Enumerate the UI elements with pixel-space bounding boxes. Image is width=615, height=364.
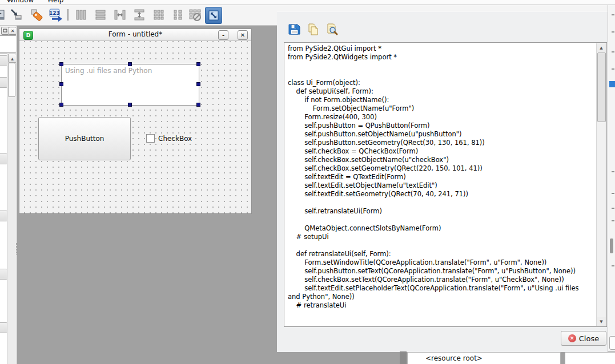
edit-widgets-icon: [0, 8, 5, 22]
checkbox-box[interactable]: [146, 134, 155, 143]
dock-float-button[interactable]: [1, 27, 9, 35]
selection-handle-nw[interactable]: [59, 62, 63, 66]
code-scrollbar[interactable]: ▲ ▼: [596, 43, 606, 326]
find-in-code-button[interactable]: [324, 21, 340, 37]
scrollbar-thumb[interactable]: [597, 52, 606, 122]
panel-item-fragment: [612, 68, 614, 70]
selection-handle-sw[interactable]: [59, 103, 63, 107]
break-layout-button[interactable]: [187, 7, 203, 23]
panel-divider: [400, 351, 407, 364]
panel-item-fragment: [612, 265, 614, 266]
view-code-dialog: from PySide2.QtGui import * from PySide2…: [277, 11, 608, 352]
layout-grid-icon: [152, 8, 166, 22]
pushbutton-widget[interactable]: PushButton: [38, 117, 131, 160]
scrollbar-thumb[interactable]: [610, 238, 613, 253]
panel-item-fragment: [612, 220, 614, 221]
break-layout-icon: [188, 8, 203, 22]
scroll-up-icon[interactable]: ▲: [8, 54, 17, 63]
layout-grid-button[interactable]: [151, 7, 167, 23]
scrollbar-thumb[interactable]: [8, 63, 15, 97]
form-window-title: Form - untitled*: [19, 30, 251, 38]
code-text[interactable]: from PySide2.QtGui import * from PySide2…: [288, 45, 595, 325]
edit-signals-slots-button[interactable]: [8, 7, 24, 23]
panel-item-fragment: [612, 171, 614, 172]
save-code-button[interactable]: [286, 21, 302, 37]
edit-buddies-button[interactable]: [29, 7, 45, 23]
resource-tree-panel: <resource root>: [407, 352, 561, 364]
layout-form-icon: [171, 8, 185, 22]
textedit-widget[interactable]: Using .ui files and Python: [61, 64, 199, 106]
right-edge-panel: [608, 5, 615, 351]
resource-side-panel: [565, 352, 615, 364]
selection-handle-ne[interactable]: [196, 62, 200, 66]
adjust-size-button[interactable]: [205, 7, 222, 24]
selection-handle-s[interactable]: [128, 103, 132, 107]
edit-tab-order-icon: 123: [49, 8, 63, 22]
selected-item-fragment: [609, 81, 615, 87]
save-icon: [288, 23, 301, 36]
panel-item-fragment: [612, 51, 614, 52]
checkbox-label: CheckBox: [158, 135, 192, 143]
close-circle-icon: ✕: [568, 334, 576, 342]
dock-splitter[interactable]: [16, 26, 17, 364]
button-fragment: [609, 336, 615, 350]
layout-vertically-splitter-icon: [132, 8, 146, 22]
scroll-up-icon[interactable]: ▲: [597, 43, 606, 52]
copy-code-button[interactable]: [305, 21, 321, 37]
form-close-button[interactable]: ✕: [238, 30, 248, 40]
svg-text:123: 123: [49, 10, 60, 16]
layout-vertically-button[interactable]: [93, 7, 108, 23]
toolbar-separator: [67, 9, 69, 21]
menubar: Window Help: [0, 0, 615, 5]
widget-box-scrollbar[interactable]: ▲: [7, 53, 16, 364]
scroll-down-icon[interactable]: ▼: [597, 317, 606, 326]
selection-handle-se[interactable]: [196, 103, 200, 107]
edit-signals-slots-icon: [9, 8, 23, 22]
splitter-handle[interactable]: [15, 242, 17, 255]
form-minimize-button[interactable]: -: [218, 30, 228, 40]
layout-form-button[interactable]: [170, 7, 186, 23]
close-button-label: Close: [579, 334, 599, 343]
form-window-titlebar[interactable]: D Form - untitled* - ✕: [19, 29, 251, 41]
widget-filter-input[interactable]: [0, 35, 17, 52]
layout-horizontally-button[interactable]: [73, 7, 89, 23]
edit-widgets-button[interactable]: [0, 7, 6, 23]
edit-buddies-icon: [30, 8, 43, 22]
code-view: from PySide2.QtGui import * from PySide2…: [284, 42, 607, 327]
adjust-size-icon: [207, 9, 220, 22]
widget-box-dock: ✕ ▲: [0, 26, 16, 364]
resource-root-item[interactable]: <resource root>: [425, 354, 483, 362]
panel-item-fragment: [612, 193, 614, 194]
layout-horizontally-icon: [74, 8, 88, 22]
dialog-close-button[interactable]: ✕ Close: [561, 331, 606, 346]
layout-horizontally-splitter-icon: [113, 8, 127, 22]
form-canvas[interactable]: Using .ui files and Python PushButton Ch…: [19, 41, 251, 213]
form-editor-window: D Form - untitled* - ✕ Using .ui files a…: [19, 29, 252, 214]
selection-handle-w[interactable]: [59, 82, 63, 86]
dock-close-button[interactable]: ✕: [9, 27, 17, 35]
widget-box-list: [0, 53, 7, 364]
close-icon: ✕: [11, 29, 15, 34]
qt-designer-screen: Window Help 123: [0, 0, 615, 364]
layout-vertically-splitter-button[interactable]: [131, 7, 147, 23]
textedit-placeholder: Using .ui files and Python: [65, 67, 152, 75]
panel-item-fragment: [612, 14, 614, 15]
layout-vertically-icon: [94, 8, 107, 22]
copy-icon: [307, 23, 320, 36]
panel-item-fragment: [612, 208, 614, 209]
layout-horizontally-splitter-button[interactable]: [112, 7, 128, 23]
checkbox-widget[interactable]: CheckBox: [146, 134, 192, 143]
edit-tab-order-button[interactable]: 123: [48, 7, 64, 23]
mnemonic-underline: [48, 1, 53, 1]
selection-handle-n[interactable]: [128, 62, 132, 66]
find-icon: [325, 23, 339, 36]
mnemonic-underline: [7, 1, 12, 1]
selection-handle-e[interactable]: [196, 82, 200, 86]
panel-item-fragment: [612, 31, 614, 33]
